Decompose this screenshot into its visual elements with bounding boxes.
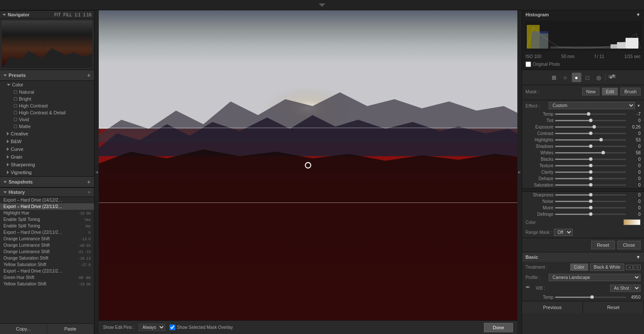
preset-item-high-contrast-detail[interactable]: High Contrast & Detail: [0, 109, 94, 116]
slider-noise-track[interactable]: [555, 201, 626, 202]
history-item-9[interactable]: Orange Saturation Shift -16 13: [0, 255, 94, 261]
preset-item-bright[interactable]: Bright: [0, 95, 94, 102]
original-photo-checkbox[interactable]: [526, 61, 531, 67]
history-item-12[interactable]: Green Hue Shift -88 -88: [0, 274, 94, 281]
history-header[interactable]: History ×: [0, 187, 94, 197]
presets-header[interactable]: Presets +: [0, 70, 94, 81]
slider-saturation-track[interactable]: [555, 184, 626, 186]
tool-square-icon[interactable]: □: [583, 73, 592, 82]
done-button[interactable]: Done: [484, 323, 513, 332]
grid-icon-2[interactable]: ⊟: [634, 265, 641, 270]
slider-moire-thumb[interactable]: [589, 206, 592, 209]
slider-highlights-thumb[interactable]: [599, 138, 603, 141]
basic-section-header[interactable]: Basic ▼: [522, 252, 644, 262]
slider-temp-track[interactable]: [555, 113, 626, 115]
histogram-header[interactable]: Histogram ▼: [522, 10, 644, 19]
navigator-section-header[interactable]: Navigator FIT FILL 1:1 1:16: [0, 10, 94, 19]
slider-temp-thumb[interactable]: [587, 112, 590, 116]
slider-texture-thumb[interactable]: [589, 164, 592, 167]
history-item-2[interactable]: Highlight Hue -15 56: [0, 210, 94, 216]
slider-shadows-thumb[interactable]: [589, 144, 592, 148]
preset-item-high-contrast[interactable]: High Contrast: [0, 102, 94, 109]
slider-exposure-thumb[interactable]: [592, 125, 596, 129]
slider-contrast-thumb[interactable]: [589, 132, 592, 135]
preset-group-bw-header[interactable]: B&W: [0, 138, 94, 145]
paste-button[interactable]: Paste: [47, 324, 94, 334]
history-item-0[interactable]: Export – Hard Drive (14/12/2019 2:13:4..…: [0, 197, 94, 203]
mask-brush-button[interactable]: Brush: [620, 88, 641, 95]
history-item-10[interactable]: Yellow Saturation Shift -27 9: [0, 261, 94, 268]
reset-nav-button[interactable]: Reset: [583, 301, 644, 313]
history-item-1[interactable]: Export – Hard Drive (22/11/2019 12:21:..…: [0, 203, 94, 210]
nav-1-1[interactable]: 1:1: [75, 12, 81, 17]
slider-shadows-track[interactable]: [555, 146, 626, 147]
left-panel-collapse-tab[interactable]: ◀: [94, 10, 99, 334]
slider-sharpness-track[interactable]: [555, 194, 626, 196]
mask-edit-button[interactable]: Edit: [602, 88, 618, 95]
slider-clarity-track[interactable]: [555, 172, 626, 173]
preset-item-matte[interactable]: Matte: [0, 123, 94, 130]
history-item-3[interactable]: Enable Split Toning Yes: [0, 216, 94, 223]
mask-new-button[interactable]: New: [582, 88, 599, 95]
slider-whites-thumb[interactable]: [601, 151, 605, 154]
treatment-color-button[interactable]: Color: [570, 264, 588, 271]
nav-1-16[interactable]: 1:16: [83, 12, 91, 17]
tool-slider-icon[interactable]: [608, 73, 617, 82]
history-item-7[interactable]: Orange Luminance Shift -40 33: [0, 242, 94, 248]
slider-moire-track[interactable]: [555, 207, 626, 208]
wb-dropper-icon[interactable]: ✒: [526, 284, 534, 292]
history-item-4[interactable]: Enable Split Toning No: [0, 223, 94, 229]
slider-saturation-thumb[interactable]: [589, 183, 592, 187]
preset-group-vignetting-header[interactable]: Vignetting: [0, 169, 94, 176]
range-mask-select[interactable]: Off: [554, 229, 573, 236]
slider-whites-track[interactable]: [555, 152, 626, 153]
snapshots-add-button[interactable]: +: [87, 178, 91, 185]
presets-add-button[interactable]: +: [87, 72, 91, 79]
slider-texture-track[interactable]: [555, 165, 626, 166]
tool-circle-large-icon[interactable]: ◎: [594, 73, 604, 82]
history-item-6[interactable]: Orange Luminance Shift -13 0: [0, 236, 94, 242]
slider-contrast-track[interactable]: [555, 133, 626, 134]
slider-defringe-thumb[interactable]: [589, 212, 592, 216]
tool-circle-outline-icon[interactable]: ○: [561, 73, 570, 82]
slider-defringe-track[interactable]: [555, 214, 626, 215]
reset-button[interactable]: Reset: [591, 241, 615, 249]
navigator-preview[interactable]: [2, 21, 92, 68]
history-close-button[interactable]: ×: [88, 190, 91, 195]
image-viewer[interactable]: [99, 10, 517, 320]
treatment-bw-button[interactable]: Black & White: [590, 264, 624, 271]
basic-temp-thumb[interactable]: [590, 295, 594, 299]
slider-tint-track[interactable]: [555, 120, 626, 121]
slider-blacks-track[interactable]: [555, 159, 626, 160]
slider-sharpness-thumb[interactable]: [589, 193, 592, 196]
show-overlay-checkbox[interactable]: [170, 325, 175, 330]
tool-grid-icon[interactable]: ⊞: [550, 73, 559, 82]
history-item-13[interactable]: Yellow Saturation Shift -19 36: [0, 281, 94, 287]
history-item-8[interactable]: Orange Luminance Shift -21 -73: [0, 248, 94, 255]
history-item-11[interactable]: Export – Hard Drive (22/11/2019 12:19:..…: [0, 268, 94, 274]
wb-select[interactable]: As Shot :: [610, 285, 641, 292]
preset-group-curve-header[interactable]: Curve: [0, 145, 94, 153]
slider-exposure-track[interactable]: [555, 126, 626, 128]
slider-clarity-thumb[interactable]: [589, 170, 592, 174]
snapshots-header[interactable]: Snapshots +: [0, 176, 94, 187]
history-item-5[interactable]: Export – Hard Drive (22/11/2019 12:19:..…: [0, 229, 94, 236]
slider-dehaze-track[interactable]: [555, 178, 626, 179]
previous-button[interactable]: Previous: [522, 301, 583, 313]
slider-dehaze-thumb[interactable]: [589, 177, 592, 180]
color-swatch[interactable]: [623, 219, 641, 225]
preset-group-sharpening-header[interactable]: Sharpening: [0, 161, 94, 169]
preset-group-color-header[interactable]: Color: [0, 81, 94, 89]
slider-tint-thumb[interactable]: [589, 119, 592, 122]
profile-select[interactable]: Camera Landscape: [549, 274, 641, 281]
preset-item-vivid[interactable]: Vivid: [0, 116, 94, 123]
nav-fill[interactable]: FILL: [64, 12, 72, 17]
basic-temp-track[interactable]: [555, 297, 626, 298]
effect-select[interactable]: Custom: [549, 102, 635, 109]
close-button[interactable]: Close: [617, 241, 641, 249]
preset-item-natural[interactable]: Natural: [0, 89, 94, 95]
tool-circle-filled-icon[interactable]: ●: [572, 73, 581, 82]
slider-blacks-thumb[interactable]: [589, 157, 592, 161]
show-edit-pins-select[interactable]: Always: [139, 324, 165, 331]
preset-group-grain-header[interactable]: Grain: [0, 153, 94, 161]
